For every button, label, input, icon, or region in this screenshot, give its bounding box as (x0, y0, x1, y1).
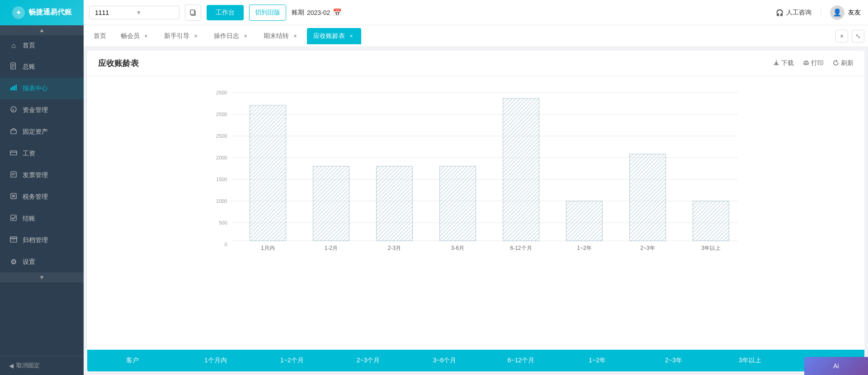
page-actions: 下载 打印 刷新 (773, 59, 854, 67)
svg-rect-50 (440, 166, 476, 241)
sidebar-item-tax[interactable]: 税务管理 (0, 186, 84, 208)
tab-oplog-close[interactable]: × (242, 33, 249, 40)
svg-text:2500: 2500 (216, 112, 227, 117)
table-col-1-2y: 1~2年 (559, 356, 636, 365)
sidebar-item-settlement[interactable]: 结账 (0, 208, 84, 230)
svg-text:3-6月: 3-6月 (451, 245, 464, 251)
sidebar-item-fixed-assets[interactable]: 固定资产 (0, 121, 84, 143)
sidebar-item-invoice[interactable]: 发票管理 (0, 164, 84, 186)
tab-ar-aging-close[interactable]: × (348, 33, 355, 40)
tab-bar: 首页 畅会员 × 新手引导 × 操作日志 × 期末结转 × 应收账龄表 × (84, 25, 868, 47)
headset-icon: 🎧 (776, 9, 783, 16)
refresh-button[interactable]: 刷新 (833, 59, 854, 67)
sidebar-scroll-down[interactable]: ▼ (0, 272, 84, 282)
cancel-fixed-button[interactable]: ◀ 取消固定 (0, 356, 84, 375)
invoice-icon (9, 171, 18, 180)
tab-ar-aging-label: 应收账龄表 (313, 32, 345, 40)
tax-icon (9, 192, 18, 202)
tab-membership-close[interactable]: × (142, 33, 150, 40)
tab-guide-label: 新手引导 (164, 32, 189, 40)
svg-rect-8 (14, 85, 15, 90)
svg-text:2~3年: 2~3年 (640, 245, 655, 251)
svg-text:2500: 2500 (216, 90, 227, 95)
calendar-icon[interactable]: 📅 (333, 8, 342, 17)
table-col-2-3m: 2~3个月 (330, 356, 406, 365)
reports-icon (9, 84, 18, 93)
consultation-link[interactable]: 🎧 人工咨询 (776, 9, 811, 17)
tab-home-label: 首页 (94, 32, 106, 40)
dropdown-arrow-icon: ▼ (136, 9, 174, 16)
sidebar-item-home[interactable]: ⌂ 首页 (0, 35, 84, 56)
svg-rect-48 (377, 166, 413, 241)
sidebar-item-payroll[interactable]: 工资 (0, 143, 84, 164)
svg-rect-12 (11, 130, 16, 134)
settings-icon: ⚙ (9, 258, 18, 266)
tab-home[interactable]: 首页 (87, 28, 113, 44)
tab-membership[interactable]: 畅会员 × (114, 28, 156, 44)
sidebar-label-settlement: 结账 (23, 215, 35, 223)
print-label: 打印 (811, 59, 824, 67)
table-header: 客户 1个月内 1~2个月 2~3个月 3~6个月 6~12个月 1~2年 2~… (87, 350, 864, 371)
table-col-1m: 1个月内 (177, 356, 254, 365)
svg-rect-46 (313, 166, 349, 241)
svg-rect-54 (566, 201, 603, 241)
sidebar-label-payroll: 工资 (23, 150, 35, 158)
svg-text:500: 500 (219, 220, 227, 225)
tab-period-end-label: 期末结转 (264, 32, 289, 40)
svg-rect-52 (503, 98, 539, 241)
sidebar-scroll-up[interactable]: ▲ (0, 25, 84, 35)
tab-expand-button[interactable]: ⤡ (852, 30, 864, 42)
svg-rect-23 (10, 237, 17, 239)
settlement-icon (9, 214, 18, 223)
sidebar-item-ledger[interactable]: 总账 (0, 56, 84, 78)
sidebar-bottom: ◀ 取消固定 (0, 356, 84, 375)
svg-rect-13 (10, 151, 17, 155)
sidebar-item-reports[interactable]: 报表中心 (0, 78, 84, 99)
period-area: 账期 2023-02 📅 (292, 8, 342, 17)
workbench-button[interactable]: 工作台 (207, 5, 244, 20)
content-area: 首页 畅会员 × 新手引导 × 操作日志 × 期末结转 × 应收账龄表 × (84, 25, 868, 375)
tab-close-all-button[interactable]: × (835, 30, 848, 42)
svg-text:1月内: 1月内 (261, 245, 275, 251)
svg-text:6-12个月: 6-12个月 (510, 245, 532, 251)
tab-guide-close[interactable]: × (192, 33, 199, 40)
funds-icon: ¥ (9, 106, 18, 115)
sidebar-label-invoice: 发票管理 (23, 171, 48, 179)
svg-rect-44 (250, 105, 286, 241)
tab-period-end-close[interactable]: × (292, 33, 299, 40)
print-button[interactable]: 打印 (803, 59, 824, 67)
company-name: 1111 (95, 9, 132, 16)
sidebar-label-ledger: 总账 (23, 63, 35, 71)
ai-bar[interactable]: Ai (804, 357, 868, 375)
cancel-fixed-label: 取消固定 (16, 361, 40, 370)
download-button[interactable]: 下载 (773, 59, 794, 67)
svg-rect-56 (630, 154, 666, 241)
copy-button[interactable] (185, 5, 201, 21)
tab-ar-aging[interactable]: 应收账龄表 × (307, 28, 361, 44)
svg-rect-7 (12, 86, 14, 90)
user-area[interactable]: 👤 友友 (830, 5, 861, 20)
logo-text: 畅捷通易代账 (28, 8, 72, 17)
svg-rect-9 (16, 84, 17, 90)
sidebar-label-settings: 设置 (23, 258, 35, 266)
tab-oplog[interactable]: 操作日志 × (208, 28, 255, 44)
archive-icon (9, 236, 18, 245)
sidebar-item-archive[interactable]: 归档管理 (0, 230, 84, 251)
sidebar-label-archive: 归档管理 (23, 236, 48, 244)
tab-membership-label: 畅会员 (121, 32, 140, 40)
ledger-icon (9, 62, 18, 71)
svg-rect-15 (11, 172, 16, 177)
company-selector[interactable]: 1111 ▼ (89, 6, 179, 19)
top-header: ✦ 畅捷通易代账 1111 ▼ 工作台 切到旧版 账期 2023-02 📅 🎧 … (0, 0, 868, 25)
logo-icon: ✦ (12, 6, 25, 19)
period-value: 2023-02 (307, 9, 330, 16)
sidebar-item-settings[interactable]: ⚙ 设置 (0, 251, 84, 272)
tab-period-end[interactable]: 期末结转 × (257, 28, 305, 44)
download-label: 下载 (781, 59, 794, 67)
sidebar-item-funds[interactable]: ¥ 资金管理 (0, 99, 84, 121)
svg-text:1-2月: 1-2月 (325, 245, 338, 251)
switch-version-button[interactable]: 切到旧版 (249, 5, 286, 21)
ai-label: Ai (833, 362, 839, 370)
copy-icon (189, 9, 197, 16)
tab-guide[interactable]: 新手引导 × (158, 28, 206, 44)
